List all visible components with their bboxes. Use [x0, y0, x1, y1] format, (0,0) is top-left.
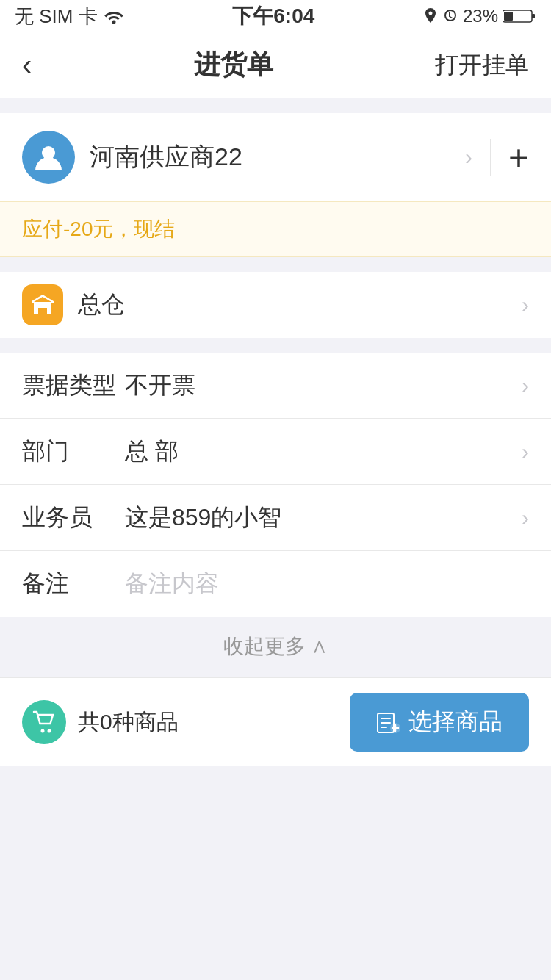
warehouse-row[interactable]: 总仓 ›: [0, 272, 551, 338]
ticket-type-value: 不开票: [125, 370, 522, 402]
separator-top: [0, 98, 551, 113]
department-chevron: ›: [522, 439, 529, 464]
salesperson-row[interactable]: 业务员 这是859的小智 ›: [0, 485, 551, 551]
salesperson-label: 业务员: [22, 502, 125, 534]
department-row[interactable]: 部门 总 部 ›: [0, 419, 551, 485]
supplier-actions: › +: [465, 137, 529, 178]
status-right: 23%: [423, 6, 536, 26]
bottom-bar: 共0种商品 选择商品: [0, 677, 551, 766]
warehouse-section[interactable]: 总仓 ›: [0, 272, 551, 338]
supplier-name: 河南供应商22: [90, 140, 465, 174]
remark-row[interactable]: 备注 备注内容: [0, 551, 551, 617]
svg-point-0: [112, 21, 115, 24]
warehouse-icon-bg: [22, 284, 63, 325]
battery-text: 23%: [463, 6, 498, 26]
svg-point-6: [48, 729, 51, 733]
back-button[interactable]: ‹: [22, 48, 32, 82]
page-title: 进货单: [194, 47, 273, 83]
add-supplier-button[interactable]: +: [508, 137, 529, 178]
remark-placeholder[interactable]: 备注内容: [125, 568, 529, 600]
warehouse-chevron: ›: [522, 292, 529, 317]
department-label: 部门: [22, 436, 125, 468]
status-time: 下午6:04: [232, 2, 314, 30]
person-icon: [32, 141, 65, 173]
signal-text: 无 SIM 卡: [15, 4, 98, 29]
svg-rect-2: [532, 14, 535, 18]
product-icon-bg: [22, 700, 66, 744]
separator-2: [0, 257, 551, 272]
status-left: 无 SIM 卡: [15, 4, 124, 29]
location-icon: [423, 8, 438, 24]
svg-point-5: [41, 729, 45, 733]
product-count-section: 共0种商品: [22, 700, 179, 744]
product-count-label: 共0种商品: [78, 707, 179, 738]
nav-bar: ‹ 进货单 打开挂单: [0, 32, 551, 98]
ticket-type-label: 票据类型: [22, 370, 125, 402]
main-content: 河南供应商22 › + 应付-20元，现结 总仓 › 票据类: [0, 98, 551, 980]
warehouse-name: 总仓: [78, 289, 522, 321]
vertical-divider: [490, 139, 491, 176]
ticket-type-row[interactable]: 票据类型 不开票 ›: [0, 353, 551, 419]
notice-banner: 应付-20元，现结: [0, 201, 551, 257]
collapse-more-button[interactable]: 收起更多 ∧: [0, 617, 551, 676]
warehouse-icon: [30, 292, 55, 317]
department-value: 总 部: [125, 436, 522, 468]
wifi-icon: [104, 9, 124, 24]
open-pending-button[interactable]: 打开挂单: [435, 49, 529, 82]
svg-rect-3: [504, 12, 513, 21]
battery-icon: [503, 8, 536, 24]
separator-3: [0, 338, 551, 353]
salesperson-value: 这是859的小智: [125, 502, 522, 534]
ticket-type-chevron: ›: [522, 373, 529, 398]
status-bar: 无 SIM 卡 下午6:04 23%: [0, 0, 551, 32]
salesperson-chevron: ›: [522, 505, 529, 530]
supplier-avatar: [22, 131, 75, 184]
select-product-button[interactable]: 选择商品: [350, 693, 529, 752]
select-product-icon: [376, 710, 400, 734]
remark-label: 备注: [22, 568, 125, 600]
supplier-row[interactable]: 河南供应商22 › +: [0, 113, 551, 201]
collapse-more-label: 收起更多 ∧: [223, 633, 328, 660]
select-product-label: 选择商品: [408, 706, 503, 738]
form-section: 票据类型 不开票 › 部门 总 部 › 业务员 这是859的小智 › 备注 备注…: [0, 353, 551, 617]
supplier-chevron: ›: [465, 145, 472, 170]
alarm-icon: [442, 8, 458, 24]
cart-icon: [31, 709, 57, 735]
supplier-section: 河南供应商22 › + 应付-20元，现结: [0, 113, 551, 257]
